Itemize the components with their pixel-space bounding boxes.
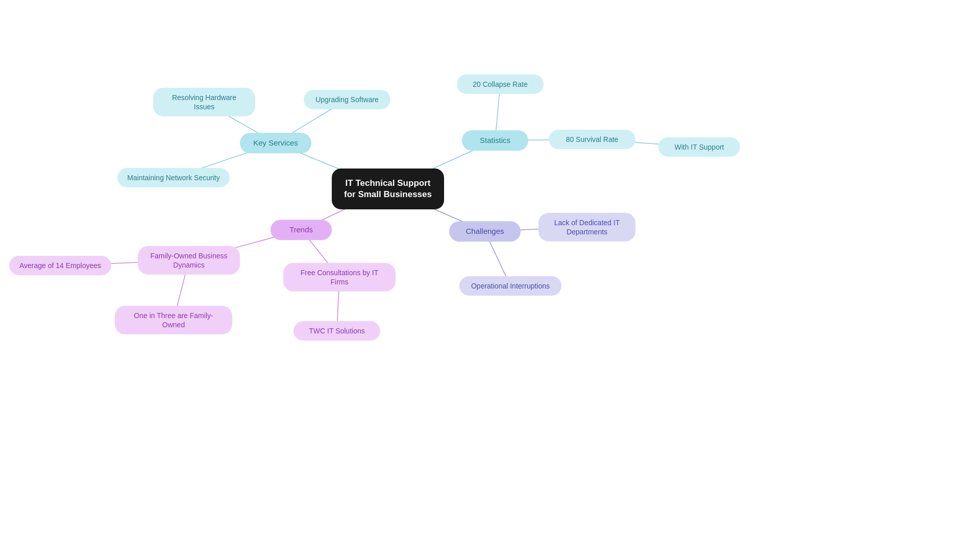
trends-node: Trends [271,220,332,240]
survival-rate-node: 80 Survival Rate [549,130,635,149]
key-services-node: Key Services [240,133,311,153]
collapse-rate-node: 20 Collapse Rate [457,75,544,94]
maintaining-network-node: Maintaining Network Security [117,168,230,187]
challenges-node: Challenges [449,221,521,242]
family-owned-node: Family-Owned Business Dynamics [138,246,240,275]
free-consultations-node: Free Consultations by IT Firms [283,263,396,292]
center-node: IT Technical Support for Small Businesse… [332,169,444,209]
twc-it-node: TWC IT Solutions [293,321,380,341]
upgrading-software-node: Upgrading Software [304,90,390,109]
one-in-three-node: One in Three are Family-Owned [115,306,232,334]
mindmap-container: IT Technical Support for Small Businesse… [0,0,980,553]
with-it-support-node: With IT Support [658,137,740,157]
avg-employees-node: Average of 14 Employees [9,256,111,275]
lack-dedicated-node: Lack of Dedicated IT Departments [538,213,635,242]
resolving-hardware-node: Resolving Hardware Issues [153,88,255,116]
operational-interruptions-node: Operational Interruptions [459,276,561,296]
statistics-node: Statistics [462,130,528,151]
